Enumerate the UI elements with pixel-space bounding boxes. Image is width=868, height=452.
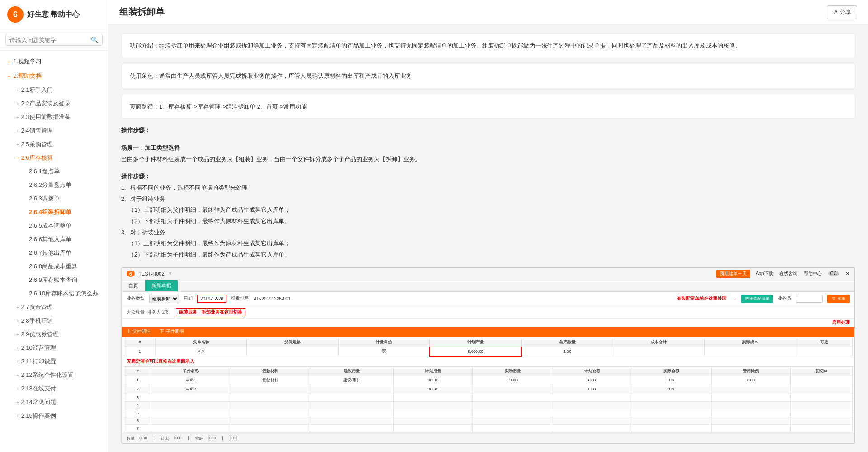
sidebar-item-2.6.10[interactable]: 2.6.10库存账本错了怎么办 — [25, 287, 108, 300]
upper-table: # 父件名称 父件规格 计量单位 计划产量 生产数量 成本合计 实际成本 可选 — [124, 338, 853, 357]
lcol-ratio: 赞用比例 — [711, 366, 791, 376]
sidebar-item-docs[interactable]: − 2.帮助文档 — [0, 69, 108, 83]
sidebar-item-2.5[interactable]: + 2.5采购管理 — [13, 138, 108, 151]
search-input[interactable] — [9, 37, 91, 43]
lower-tab-label: 下-子件明细 — [160, 328, 184, 335]
main-content: 组装拆卸单 ↗ 分享 功能介绍：组装拆卸单用来处理企业组装或拆卸等加工业务，支持… — [108, 0, 868, 452]
app-topbar-sep: ▼ — [168, 271, 173, 276]
lcol-plan: 计划用量 — [393, 366, 473, 376]
col-prod-qty: 生产数量 — [521, 338, 613, 347]
child-plus-icon: + — [16, 332, 19, 337]
form-salesman-input[interactable] — [796, 295, 823, 303]
sidebar-item-2.11[interactable]: + 2.11打印设置 — [13, 355, 108, 368]
search-box[interactable]: 🔍 — [5, 34, 103, 46]
form-select-type[interactable]: 组装拆卸 — [149, 295, 179, 303]
lcell-2-ratio — [711, 385, 791, 394]
step2-2: （2）下部明细为子件明细，最终作为原材料生成某它出库单。 — [128, 216, 855, 227]
sidebar-item-2.14[interactable]: + 2.14常见问题 — [13, 395, 108, 409]
step1: 1、根据不同的业务，选择不同单据的类型来处理 — [121, 182, 855, 194]
sidebar-item-2.15[interactable]: + 2.15操作案例 — [13, 409, 108, 423]
app-topbar-app-dl[interactable]: App下载 — [756, 271, 773, 277]
ops-block: 操作步骤： — [121, 125, 855, 136]
child-plus-icon: + — [16, 413, 19, 419]
table-row: 6 — [124, 417, 853, 424]
cell-unit: 双 — [338, 347, 429, 356]
cell-num: 1 — [124, 347, 156, 356]
sidebar-item-2.10[interactable]: + 2.10经营管理 — [13, 341, 108, 355]
app-close-icon[interactable]: ✕ — [845, 271, 850, 277]
app-tab-new[interactable]: 新新单据 — [145, 280, 178, 291]
table-row: 1 材料1 货款材料 建议(用)+ 30.00 30.00 0.00 0.00 … — [124, 376, 853, 385]
lcell-1-plan-amt: 0.00 — [552, 376, 632, 385]
sidebar-item-2.13[interactable]: + 2.13在线支付 — [13, 382, 108, 395]
child-plus-icon: + — [16, 386, 19, 391]
child-plus-icon: + — [16, 305, 19, 310]
sidebar-item-2.12[interactable]: + 2.12系统个性化设置 — [13, 368, 108, 382]
lcell-2-num: 2 — [124, 385, 151, 394]
sidebar-item-2.2[interactable]: + 2.2产品安装及登录 — [13, 97, 108, 110]
sidebar-item-video[interactable]: + 1.视频学习 — [0, 54, 108, 69]
sidebar-item-2.6.3[interactable]: 2.6.3调拨单 — [25, 192, 108, 205]
col-num: # — [124, 338, 156, 347]
sidebar-item-2.6.6[interactable]: 2.6.6其他入库单 — [25, 233, 108, 246]
step2: 2、对于组装业务 — [121, 194, 855, 205]
form-label-date: 日期 — [184, 295, 193, 302]
sidebar-item-2.6.1[interactable]: 2.6.1盘点单 — [25, 165, 108, 178]
table-row: 7 — [124, 424, 853, 432]
footer-sep2: | — [188, 436, 189, 442]
sidebar-item-2.3[interactable]: + 2.3使用前数据准备 — [13, 110, 108, 124]
lcol-plan-amt: 计划金额 — [552, 366, 632, 376]
app-topbar-help[interactable]: 帮助中心 — [804, 271, 822, 277]
sidebar-item-2.6.2[interactable]: 2.6.2分量盘点单 — [25, 178, 108, 192]
child-plus-icon: + — [16, 359, 19, 364]
lcol-num: # — [124, 366, 151, 376]
cell-opts — [796, 347, 853, 356]
content-area: 功能介绍：组装拆卸单用来处理企业组装或拆卸等加工业务，支持有固定装配清单的产品加… — [108, 24, 868, 452]
sidebar-item-2.6[interactable]: − 2.6库存核算 — [13, 151, 108, 165]
sidebar: 6 好生意 帮助中心 🔍 + 1.视频学习 − 2.帮助文档 + 2.1新手入门… — [0, 0, 108, 452]
sidebar-item-2.7[interactable]: + 2.7资金管理 — [13, 300, 108, 314]
lcell-2-mat — [231, 385, 310, 394]
topbar: 组装拆卸单 ↗ 分享 — [108, 0, 868, 24]
footer-plan-val: 0.00 — [174, 436, 182, 442]
select-list-btn[interactable]: 选择装配清单 — [741, 295, 773, 303]
app-screenshot: 6 TEST-H002 ▼ 预期建单一天 App下载 在线咨询 帮助中心 CC … — [122, 267, 855, 444]
child-plus-icon: + — [16, 142, 19, 147]
child-plus-icon: + — [16, 101, 19, 106]
sidebar-item-2.6.9[interactable]: 2.6.9库存账本查询 — [25, 273, 108, 287]
path-block: 页面路径：1、库存核算->库存管理->组装拆卸单 2、首页->常用功能 — [121, 95, 855, 119]
sidebar-item-label: 2.帮助文档 — [14, 72, 42, 80]
sidebar-item-2.1[interactable]: + 2.1新手入门 — [13, 83, 108, 97]
logo-area: 6 好生意 帮助中心 — [0, 0, 108, 29]
annotation3-label: 启用处理 — [832, 319, 850, 326]
sidebar-item-2.8[interactable]: + 2.8手机旺铺 — [13, 314, 108, 328]
intro-text: 功能介绍：组装拆卸单用来处理企业组装或拆卸等加工业务，支持有固定装配清单的产品加… — [130, 40, 847, 51]
sidebar-item-2.6.8[interactable]: 2.6.8商品成本重算 — [25, 260, 108, 273]
footer-sep3: | — [222, 436, 223, 442]
logo-icon: 6 — [7, 6, 24, 23]
cell-parent-spec — [247, 347, 338, 356]
page-title: 组装拆卸单 — [119, 6, 165, 18]
lcell-2-actual — [473, 385, 552, 394]
cell-actual-cost — [704, 347, 796, 356]
table-row: 4 — [124, 401, 853, 409]
confirm-btn[interactable]: 立 买单 — [827, 295, 850, 303]
cell-prod-qty: 1.00 — [521, 347, 613, 356]
col-actual-cost: 实际成本 — [704, 338, 796, 347]
app-topbar-online[interactable]: 在线咨询 — [779, 271, 797, 277]
search-icon[interactable]: 🔍 — [91, 36, 99, 43]
lcell-2-actual-amt: 0.00 — [632, 385, 711, 394]
sidebar-item-2.9[interactable]: + 2.9优惠券管理 — [13, 328, 108, 341]
lcell-2-plan: 30.00 — [393, 385, 473, 394]
table-row: 1 米米 双 5,000.00 1.00 — [124, 347, 853, 356]
sidebar-item-2.4[interactable]: + 2.4销售管理 — [13, 124, 108, 138]
share-button[interactable]: ↗ 分享 — [827, 5, 857, 19]
app-tab-home[interactable]: 自页 — [122, 280, 145, 291]
sidebar-item-2.6.5[interactable]: 2.6.5成本调整单 — [25, 219, 108, 233]
sidebar-item-2.6.4[interactable]: 2.6.4组装拆卸单 — [25, 205, 108, 219]
footer-actual-label: 实际 — [195, 436, 203, 442]
footer-other-val: 0.00 — [230, 436, 238, 442]
lcell-2-name: 材料2 — [151, 385, 231, 394]
sidebar-item-2.6.7[interactable]: 2.6.7其他出库单 — [25, 246, 108, 260]
app-topbar-btn1[interactable]: 预期建单一天 — [716, 270, 750, 278]
